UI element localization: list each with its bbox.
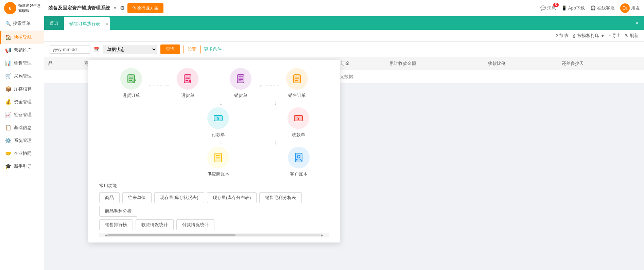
sidebar-icon-10: 🎓: [5, 163, 11, 169]
common-btn-8[interactable]: 付款情况统计: [176, 219, 214, 230]
sidebar-label-4: 库存核算: [14, 86, 32, 92]
system-name: 装备及固定资产辅助管理系统: [48, 5, 110, 11]
purchase-order-label: 进货订单: [122, 92, 140, 98]
system-dropdown-icon[interactable]: ▼: [113, 5, 117, 11]
query-button[interactable]: 查询: [160, 44, 180, 54]
flow-node-supplier-ledger: 供应商账本: [207, 147, 229, 177]
down-arrow-purchase: ↓: [220, 100, 223, 106]
arrow-2: ← - - - -: [258, 75, 279, 89]
scrollbar-track: [107, 234, 321, 236]
purchase-order-icon: [120, 68, 142, 90]
flow-diagram: 进货订单 - - - - → 进货单: [99, 68, 329, 177]
sidebar-label-0: 快捷导航: [14, 34, 32, 40]
more-filter[interactable]: 更多条件: [204, 46, 222, 52]
common-btn-2[interactable]: 现存量(库存状况表): [154, 192, 204, 203]
online-service-button[interactable]: 🎧 在线客服: [590, 5, 615, 11]
tab-bar: 首页 销售订单执行表 × ×: [44, 16, 644, 30]
flow-node-payment: ¥ 付款单: [207, 107, 229, 138]
print-icon: 🖨: [572, 33, 576, 38]
quick-nav-popup: 进货订单 - - - - → 进货单: [88, 60, 340, 242]
sidebar-icon-1: 📢: [5, 47, 11, 53]
col-header-7: 收款比例: [484, 57, 558, 70]
sidebar-item-10[interactable]: 🎓新手引导: [0, 160, 44, 173]
sidebar-item-9[interactable]: 🤝企业协同: [0, 147, 44, 160]
search-label: 搜索菜单: [13, 20, 31, 26]
scrollbar-thumb[interactable]: [107, 234, 236, 236]
common-btn-7[interactable]: 收款情况统计: [136, 219, 174, 230]
sidebar-label-8: 系统管理: [14, 138, 32, 144]
sidebar-search[interactable]: 🔍 搜索菜单: [0, 16, 44, 31]
sidebar-item-1[interactable]: 📢营销推广: [0, 44, 44, 57]
logo-line1: 畅康通好生意: [18, 3, 41, 8]
help-icon: ?: [555, 33, 558, 38]
sidebar-label-7: 基础信息: [14, 125, 32, 131]
common-btn-6[interactable]: 销售排行榜: [99, 219, 133, 230]
message-button[interactable]: 💬 消息 5: [540, 5, 556, 11]
scrollbar[interactable]: ◀ ▶: [99, 233, 329, 237]
scroll-right-arrow[interactable]: ▶: [321, 233, 324, 237]
date-start-input[interactable]: [50, 45, 90, 54]
refresh-button[interactable]: ↻ 刷新: [625, 33, 639, 39]
flow-node-sales: 销货单: [230, 68, 251, 98]
avatar: Ea: [620, 3, 630, 13]
settings-icon[interactable]: ⚙: [120, 5, 125, 11]
tab-sales-order[interactable]: 销售订单执行表 ×: [64, 17, 110, 31]
calendar-icon: 📅: [94, 47, 99, 52]
user-menu[interactable]: Ea 用友: [620, 3, 640, 13]
common-btns-row1: 商品往来单位现存量(库存状况表)现存量(库存分布表)销售毛利分析表商品毛利分析: [99, 192, 329, 217]
col-header-0: 品: [44, 57, 80, 70]
sidebar-label-6: 经营管理: [14, 112, 32, 118]
common-btn-0[interactable]: 商品: [99, 192, 120, 203]
avatar-text: Ea: [623, 6, 628, 11]
tab-home[interactable]: 首页: [44, 16, 64, 30]
sidebar-item-7[interactable]: 📋基础信息: [0, 121, 44, 134]
sales-label: 销货单: [234, 92, 247, 98]
tab-sales-order-label: 销售订单执行表: [69, 21, 100, 27]
common-functions: 常用功能 商品往来单位现存量(库存状况表)现存量(库存分布表)销售毛利分析表商品…: [99, 183, 329, 230]
sidebar-item-6[interactable]: 📈经营管理: [0, 108, 44, 121]
payment-label: 付款单: [212, 132, 225, 138]
common-btns-row2: 销售排行榜收款情况统计付款情况统计: [99, 219, 329, 230]
common-btn-4[interactable]: 销售毛利分析表: [259, 192, 302, 203]
common-btn-3[interactable]: 现存量(库存分布表): [207, 192, 257, 203]
sidebar-icon-8: ⚙️: [5, 138, 11, 144]
purchase-icon: [177, 68, 198, 90]
sidebar-item-3[interactable]: 🛒采购管理: [0, 70, 44, 83]
svg-rect-14: [237, 75, 244, 83]
sidebar-icon-5: 💰: [5, 99, 11, 105]
message-icon: 💬: [540, 5, 546, 11]
common-btn-5[interactable]: 商品毛利分析: [99, 206, 137, 217]
sidebar-icon-7: 📋: [5, 125, 11, 131]
print-button[interactable]: 🖨 按模板打印 ▼: [572, 33, 605, 39]
sidebar-item-0[interactable]: 🏠快捷导航: [0, 31, 44, 44]
logo-line2: 旗舰版: [18, 8, 41, 13]
supplier-ledger-label: 供应商账本: [207, 171, 229, 177]
col-header-6: 累计收款金额: [385, 57, 484, 70]
export-button[interactable]: ↑ 导出: [609, 33, 621, 39]
flow-node-customer-ledger: 客户账本: [288, 147, 310, 177]
sidebar-icon-9: 🤝: [5, 150, 11, 157]
app-download-button[interactable]: 📱 App下载: [561, 5, 585, 11]
experience-button[interactable]: 体验行业方案: [127, 3, 163, 13]
flow-node-receipt: ¥ 收款单: [288, 107, 309, 138]
scroll-left-arrow[interactable]: ◀: [105, 233, 107, 237]
sidebar-item-5[interactable]: 💰资金管理: [0, 95, 44, 108]
tab-close-all[interactable]: ×: [630, 20, 644, 26]
status-select[interactable]: 单据状态: [103, 45, 157, 54]
refresh-icon: ↻: [625, 33, 629, 38]
set-button[interactable]: 设置: [184, 45, 201, 54]
receipt-icon: ¥: [288, 107, 309, 129]
down-arrow-receipt: ↓: [274, 139, 277, 145]
common-btn-1[interactable]: 往来单位: [122, 192, 152, 203]
content-toolbar: ? 帮助 🖨 按模板打印 ▼ ↑ 导出 ↻: [44, 30, 644, 42]
help-button[interactable]: ? 帮助: [555, 33, 568, 39]
sidebar-item-4[interactable]: 📦库存核算: [0, 83, 44, 95]
sidebar-icon-2: 📊: [5, 60, 11, 66]
svg-text:¥: ¥: [217, 116, 220, 121]
tab-close-button[interactable]: ×: [106, 21, 108, 26]
sidebar-icon-0: 🏠: [5, 34, 11, 40]
sidebar-item-8[interactable]: ⚙️系统管理: [0, 134, 44, 147]
sidebar-item-2[interactable]: 📊销售管理: [0, 57, 44, 70]
service-label: 在线客服: [597, 5, 615, 11]
sidebar-icon-3: 🛒: [5, 73, 11, 79]
